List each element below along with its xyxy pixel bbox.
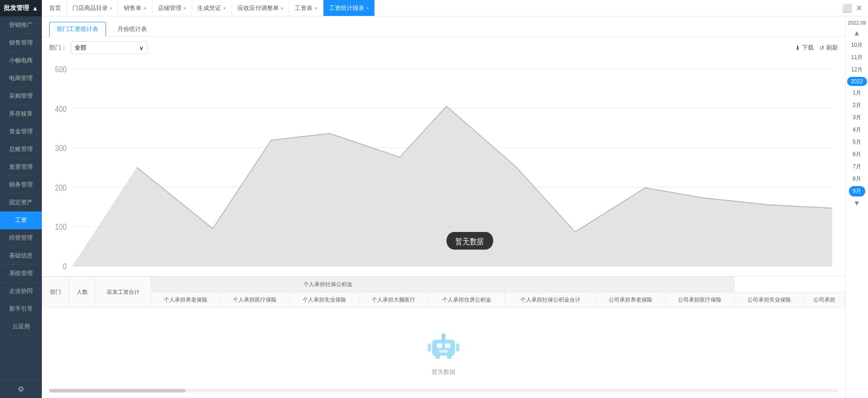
sidebar-item-企业协同[interactable]: 企业协同 [0, 282, 42, 300]
year-panel-down[interactable]: ▼ [852, 197, 863, 209]
empty-row: 暂无数据 [42, 308, 845, 386]
sidebar-footer[interactable]: ⚙ [0, 380, 42, 398]
col-c-unemployment: 公司承担失业保险 [735, 292, 804, 308]
tab-close-7[interactable]: × [366, 5, 369, 11]
tab-6[interactable]: 工资表 × [289, 0, 323, 16]
restore-window-icon[interactable]: ⬜ [842, 3, 852, 13]
col-company-social [505, 277, 735, 292]
settings-icon[interactable]: ⚙ [18, 385, 24, 393]
sub-tab-month[interactable]: 月份统计表 [110, 22, 155, 36]
main-area: 首页门店商品目录 ×销售单 ×店铺管理 ×生成凭证 ×应收应付调整单 ×工资表 … [42, 0, 868, 398]
sidebar-item-电商管理[interactable]: 电商管理 [0, 70, 42, 87]
sidebar-item-系统管理[interactable]: 系统管理 [0, 265, 42, 282]
tab-4[interactable]: 生成凭证 × [192, 0, 232, 16]
year-panel-item-11[interactable]: 8月 [847, 173, 867, 185]
empty-text: 暂无数据 [432, 368, 455, 376]
tab-0[interactable]: 首页 [44, 0, 67, 16]
sidebar-item-库存核算[interactable]: 库存核算 [0, 105, 42, 123]
svg-rect-15 [432, 340, 455, 356]
toolbar: 部门： 全部 ∨ ⬇ 下载 ↺ 刷新 [42, 37, 845, 59]
col-total-wage: 应发工资合计 [96, 277, 151, 308]
svg-rect-16 [437, 343, 442, 348]
sidebar-item-总账管理[interactable]: 总账管理 [0, 141, 42, 158]
year-panel-item-2[interactable]: 12月 [847, 64, 867, 76]
data-table: 部门 人数 应发工资合计 个人承担社保公积金 个人承担养老保险 个人承担医疗保险… [42, 277, 845, 385]
sidebar-item-采购管理[interactable]: 采购管理 [0, 87, 42, 105]
year-panel-item-4[interactable]: 1月 [847, 87, 867, 99]
sidebar-title: 批发管理 [4, 4, 29, 12]
tab-close-1[interactable]: × [110, 5, 112, 11]
year-panel-item-12[interactable]: 9月 [849, 186, 865, 196]
dept-select[interactable]: 全部 ∨ [71, 41, 148, 54]
close-window-icon[interactable]: ✕ [856, 3, 863, 13]
horizontal-scrollbar-container[interactable] [42, 385, 845, 398]
col-p-total: 个人承担社保公积金合计 [505, 292, 596, 308]
sidebar-item-发票管理[interactable]: 发票管理 [0, 158, 42, 176]
svg-text:400: 400 [55, 104, 67, 113]
tab-3[interactable]: 店铺管理 × [152, 0, 192, 16]
chevron-down-icon: ∨ [139, 45, 144, 51]
page-content: 部门工资统计表 月份统计表 部门： 全部 ∨ ⬇ 下载 ↺ 刷新 [42, 16, 845, 398]
download-icon: ⬇ [795, 45, 800, 51]
tab-1[interactable]: 门店商品目录 × [67, 0, 118, 16]
sidebar-item-销售管理[interactable]: 销售管理 [0, 34, 42, 52]
tab-5[interactable]: 应收应付调整单 × [232, 0, 289, 16]
sub-tabs: 部门工资统计表 月份统计表 [42, 16, 845, 37]
sidebar-item-资金管理[interactable]: 资金管理 [0, 123, 42, 141]
content-area: 部门工资统计表 月份统计表 部门： 全部 ∨ ⬇ 下载 ↺ 刷新 [42, 16, 868, 398]
sidebar-toggle-icon[interactable]: ▲ [32, 5, 38, 12]
year-panel-item-10[interactable]: 7月 [847, 161, 867, 173]
tab-close-3[interactable]: × [183, 5, 186, 11]
col-p-bigmedical: 个人承担大额医疗 [359, 292, 429, 308]
sidebar-item-新手引导[interactable]: 新手引导 [0, 300, 42, 318]
year-panel-item-3[interactable]: 2022 [847, 77, 867, 86]
tab-close-5[interactable]: × [281, 5, 283, 11]
sidebar-item-云应用[interactable]: 云应用 [0, 318, 42, 336]
sidebar-item-经营管理[interactable]: 经营管理 [0, 229, 42, 247]
tab-close-6[interactable]: × [314, 5, 317, 11]
sidebar-item-小畅电商[interactable]: 小畅电商 [0, 52, 42, 70]
year-panel-item-7[interactable]: 4月 [847, 124, 867, 136]
sidebar-item-固定资产[interactable]: 固定资产 [0, 194, 42, 212]
col-dept: 部门 [42, 277, 69, 308]
year-panel-item-5[interactable]: 2月 [847, 99, 867, 111]
tab-close-2[interactable]: × [143, 5, 146, 11]
svg-rect-18 [439, 350, 448, 353]
horizontal-scrollbar[interactable] [49, 389, 838, 393]
sidebar-item-基础信息[interactable]: 基础信息 [0, 247, 42, 265]
year-panel-item-6[interactable]: 3月 [847, 111, 867, 124]
tab-label-5: 应收应付调整单 [237, 4, 279, 12]
year-panel-item-9[interactable]: 6月 [847, 148, 867, 161]
col-count: 人数 [69, 277, 96, 308]
tab-bar-right: ⬜ ✕ [842, 3, 866, 13]
download-button[interactable]: ⬇ 下载 [795, 44, 814, 52]
tab-bar: 首页门店商品目录 ×销售单 ×店铺管理 ×生成凭证 ×应收应付调整单 ×工资表 … [42, 0, 868, 16]
year-panel-item-1[interactable]: 11月 [847, 51, 867, 64]
sidebar-item-工资[interactable]: 工资 [0, 212, 42, 229]
col-c-pension: 公司承担养老保险 [596, 292, 666, 308]
svg-rect-23 [435, 355, 440, 359]
col-p-unemployment: 个人承担失业保险 [289, 292, 359, 308]
year-panel-up[interactable]: ▲ [852, 27, 863, 39]
tab-close-4[interactable]: × [223, 5, 226, 11]
svg-rect-17 [445, 343, 450, 348]
scrollbar-thumb[interactable] [49, 389, 186, 393]
sub-tab-dept[interactable]: 部门工资统计表 [49, 22, 106, 37]
dept-value: 全部 [75, 44, 86, 52]
current-year-month: 2022.09 [847, 18, 867, 27]
sidebar-item-税务管理[interactable]: 税务管理 [0, 176, 42, 194]
tab-label-6: 工资表 [295, 4, 313, 12]
sidebar-item-营销推广[interactable]: 营销推广 [0, 16, 42, 34]
tab-7[interactable]: 工资统计报表 × [323, 0, 375, 16]
svg-text:0: 0 [63, 262, 67, 271]
year-panel-item-0[interactable]: 10月 [847, 39, 867, 51]
refresh-button[interactable]: ↺ 刷新 [819, 44, 838, 52]
svg-point-20 [442, 333, 445, 337]
tab-2[interactable]: 销售单 × [118, 0, 152, 16]
empty-state: 暂无数据 [42, 308, 845, 385]
year-panel-item-8[interactable]: 5月 [847, 136, 867, 148]
tab-label-1: 门店商品目录 [72, 4, 108, 12]
col-p-housing: 个人承担住房公积金 [429, 292, 505, 308]
sidebar-header[interactable]: 批发管理 ▲ [0, 0, 42, 16]
svg-text:500: 500 [55, 65, 67, 74]
